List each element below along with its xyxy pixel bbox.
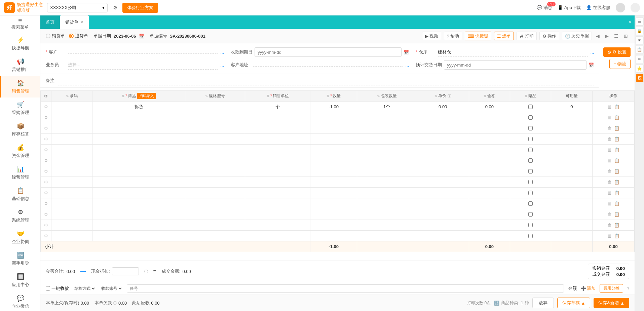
row-gift[interactable] <box>510 112 551 123</box>
row-gift[interactable] <box>510 198 551 209</box>
row-qty[interactable] <box>310 177 357 188</box>
row-amount[interactable] <box>469 112 510 123</box>
sidebar-item-apps[interactable]: 🔲 应用中心 <box>0 270 40 291</box>
row-product[interactable] <box>92 134 185 145</box>
radio-sales-order[interactable]: 销货单 <box>46 33 65 39</box>
row-pack-qty[interactable] <box>357 198 417 209</box>
row-product[interactable] <box>92 177 185 188</box>
copy-icon[interactable]: 📋 <box>614 233 619 238</box>
action-history[interactable]: 🕐 历史单据 <box>562 32 592 40</box>
row-gift[interactable] <box>510 177 551 188</box>
row-unit-price[interactable] <box>417 134 469 145</box>
row-unit-price[interactable] <box>417 220 469 231</box>
sidebar-item-collab[interactable]: 🤝 企业协同 <box>0 227 40 248</box>
delete-icon[interactable]: 🗑 <box>607 126 612 131</box>
avatar2[interactable] <box>631 3 640 12</box>
sidebar-item-finance[interactable]: 💰 资金管理 <box>0 141 40 162</box>
expenses-help-icon[interactable]: ? <box>627 286 629 290</box>
copy-icon[interactable]: 📋 <box>614 201 619 206</box>
row-amount[interactable] <box>469 220 510 231</box>
row-amount[interactable] <box>469 198 510 209</box>
gift-checkbox[interactable] <box>528 234 533 238</box>
row-barcode[interactable] <box>51 102 92 112</box>
row-unit[interactable]: 个 <box>245 102 310 112</box>
gift-checkbox[interactable] <box>528 158 533 163</box>
row-amount[interactable] <box>469 209 510 220</box>
row-pack-qty[interactable] <box>357 145 417 155</box>
row-barcode[interactable] <box>51 231 92 241</box>
row-product[interactable] <box>92 209 185 220</box>
trial-button[interactable]: 体验行业方案 <box>122 3 158 13</box>
delete-icon[interactable]: 🗑 <box>607 212 612 217</box>
rfp-item-0[interactable]: ☰ <box>636 17 644 26</box>
row-gift[interactable] <box>510 231 551 241</box>
rfp-item-4[interactable]: ✏ <box>636 55 644 63</box>
sidebar-item-system[interactable]: ⚙ 系统管理 <box>0 205 40 227</box>
nav-next-icon[interactable]: ▶ <box>604 33 610 39</box>
owed-help-icon[interactable]: ⓘ <box>113 301 117 306</box>
row-barcode[interactable] <box>51 155 92 166</box>
copy-icon[interactable]: 📋 <box>614 212 619 217</box>
settlement-dropdown[interactable]: 结算方式 <box>73 286 96 291</box>
delete-icon[interactable]: 🗑 <box>607 158 612 163</box>
sidebar-item-purchase[interactable]: 🛒 采购管理 <box>0 98 40 119</box>
row-product[interactable] <box>92 198 185 209</box>
row-pack-qty[interactable] <box>357 112 417 123</box>
row-qty[interactable] <box>310 188 357 198</box>
row-barcode[interactable] <box>51 220 92 231</box>
gift-checkbox[interactable] <box>528 191 533 195</box>
logistics-button[interactable]: + 物流 <box>609 59 631 69</box>
tab-close-icon[interactable]: ✕ <box>80 20 83 25</box>
discount-help-icon[interactable]: ⓘ <box>144 269 148 274</box>
copy-icon[interactable]: 📋 <box>614 115 619 120</box>
row-unit-price[interactable] <box>417 198 469 209</box>
row-unit-price[interactable] <box>417 112 469 123</box>
row-amount[interactable] <box>469 155 510 166</box>
action-print[interactable]: 🖨 打印 <box>517 32 537 40</box>
row-pack-qty[interactable] <box>357 220 417 231</box>
row-unit[interactable] <box>245 231 310 241</box>
row-amount[interactable]: 0.00 <box>469 102 510 112</box>
row-unit-price[interactable] <box>417 166 469 177</box>
gift-checkbox[interactable] <box>528 169 533 173</box>
grid-view-icon[interactable]: ⊞ <box>622 33 629 39</box>
rfp-item-5[interactable]: ⭐ <box>636 65 644 73</box>
delete-icon[interactable]: 🗑 <box>607 180 612 185</box>
row-pack-qty[interactable] <box>357 155 417 166</box>
salesperson-input[interactable]: 选择... <box>68 61 218 70</box>
row-spec[interactable] <box>185 123 245 134</box>
save-draft-button[interactable]: 保存草稿 ▲ <box>557 298 591 308</box>
row-amount[interactable] <box>469 123 510 134</box>
row-gift[interactable] <box>510 155 551 166</box>
row-barcode[interactable] <box>51 123 92 134</box>
warehouse-input[interactable]: 建材仓 <box>438 48 588 57</box>
rfp-item-2[interactable]: 👁 <box>636 36 644 44</box>
row-gift[interactable] <box>510 145 551 155</box>
row-spec[interactable] <box>185 220 245 231</box>
row-barcode[interactable] <box>51 177 92 188</box>
action-operate[interactable]: ⚙ 操作 <box>539 32 559 40</box>
gift-checkbox[interactable] <box>528 201 533 206</box>
row-barcode[interactable] <box>51 112 92 123</box>
action-help[interactable]: ? 帮助 <box>444 32 462 40</box>
account-input[interactable] <box>127 284 564 293</box>
row-unit[interactable] <box>245 112 310 123</box>
one-click-payment-checkbox[interactable]: 一键收款 <box>46 285 69 291</box>
row-unit[interactable] <box>245 188 310 198</box>
row-unit-price[interactable] <box>417 231 469 241</box>
settings-icon[interactable]: ⚙ <box>110 3 120 12</box>
gift-checkbox[interactable] <box>528 148 533 152</box>
row-product[interactable] <box>92 112 185 123</box>
row-amount[interactable] <box>469 134 510 145</box>
copy-icon[interactable]: 📋 <box>614 137 619 142</box>
row-barcode[interactable] <box>51 198 92 209</box>
th-settings[interactable]: ⚙ <box>41 91 51 102</box>
customer-ellipsis[interactable]: ... <box>220 50 224 55</box>
row-spec[interactable] <box>185 198 245 209</box>
action-select[interactable]: ☰ 选单 <box>494 32 514 40</box>
row-qty[interactable] <box>310 220 357 231</box>
row-spec[interactable] <box>185 209 245 220</box>
row-qty[interactable]: -1.00 <box>310 102 357 112</box>
delete-icon[interactable]: 🗑 <box>607 115 612 120</box>
expenses-split-btn[interactable]: 费用分摊 <box>600 284 623 293</box>
